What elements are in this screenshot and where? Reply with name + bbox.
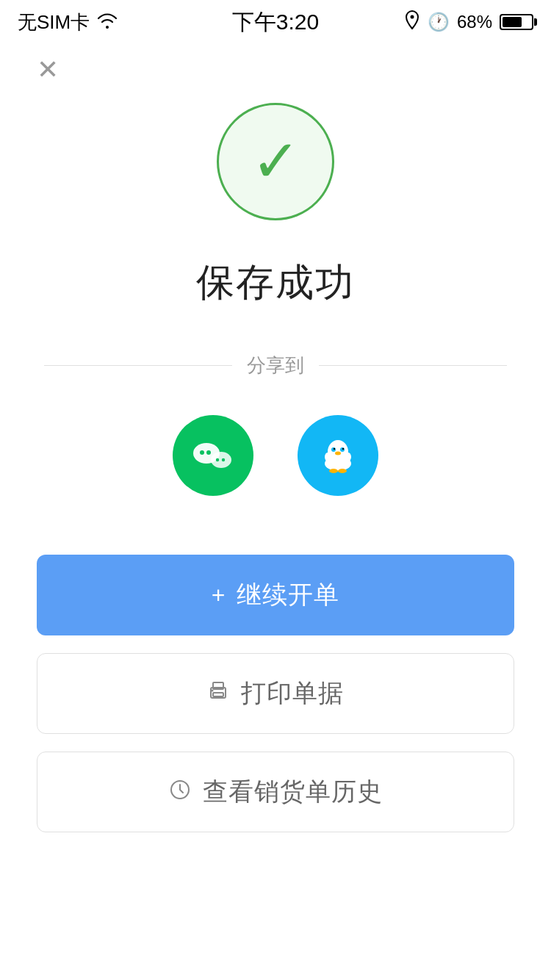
svg-rect-20 [213,693,223,696]
svg-point-13 [335,452,341,455]
history-label: 查看销货单历史 [203,775,383,809]
continue-button[interactable]: + 继续开单 [37,555,514,635]
history-button[interactable]: 查看销货单历史 [37,752,514,832]
svg-point-4 [211,452,231,468]
divider-line-left [44,365,232,366]
check-icon: ✓ [251,132,300,191]
qq-share-button[interactable] [298,415,378,496]
alarm-icon: 🕐 [428,12,450,32]
svg-point-9 [331,447,336,452]
wechat-icon [187,430,239,481]
wechat-share-button[interactable] [173,415,253,496]
carrier-text: 无SIM卡 [18,10,90,35]
status-time: 下午3:20 [232,7,319,37]
battery-percent: 68% [457,12,492,32]
qq-icon [315,433,361,478]
share-icons [44,415,507,496]
location-icon [404,10,420,34]
battery-icon [500,14,533,30]
svg-point-6 [222,458,225,461]
svg-point-2 [200,450,204,455]
svg-point-21 [212,689,214,691]
status-left: 无SIM卡 [18,10,118,35]
success-title: 保存成功 [196,257,355,309]
svg-point-17 [338,469,347,473]
history-icon [169,779,191,806]
plus-icon: + [212,582,226,609]
close-button[interactable]: ✕ [29,51,66,88]
svg-point-0 [410,15,414,19]
print-label: 打印单据 [241,677,344,710]
svg-point-3 [206,450,211,455]
close-icon: ✕ [37,54,59,85]
print-icon [207,680,229,707]
main-content: ✓ 保存成功 分享到 [0,44,551,832]
svg-point-5 [216,458,219,461]
share-section: 分享到 [0,353,551,496]
svg-point-16 [329,469,338,473]
svg-point-11 [334,448,335,450]
status-right: 🕐 68% [404,10,533,34]
share-label: 分享到 [247,353,304,378]
divider-line-right [319,365,507,366]
print-button[interactable]: 打印单据 [37,653,514,734]
wifi-icon [97,11,118,34]
success-circle: ✓ [217,103,334,220]
svg-point-12 [342,448,344,450]
share-divider: 分享到 [44,353,507,378]
svg-point-10 [340,447,345,452]
action-buttons: + 继续开单 打印单据 查看销货单历史 [0,555,551,832]
status-bar: 无SIM卡 下午3:20 🕐 68% [0,0,551,44]
svg-point-15 [345,453,351,461]
continue-label: 继续开单 [237,578,339,612]
svg-point-14 [325,453,331,461]
